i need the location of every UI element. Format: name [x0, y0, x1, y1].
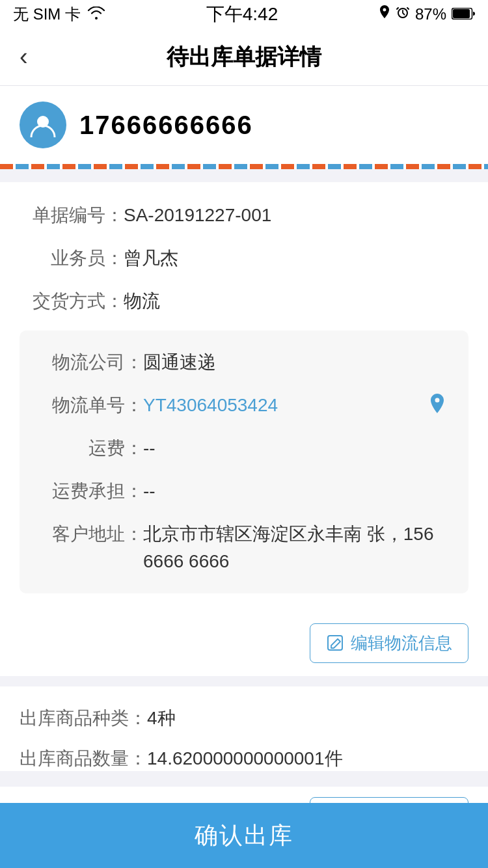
edit-logistics-button[interactable]: 编辑物流信息 — [310, 623, 468, 663]
salesman-label: 业务员： — [20, 245, 124, 272]
bottom-bar: 确认出库 — [0, 803, 488, 868]
salesman-row: 业务员： 曾凡杰 — [20, 245, 468, 272]
freight-label: 运费： — [39, 435, 143, 462]
logistics-company-label: 物流公司： — [39, 349, 143, 376]
address-label: 客户地址： — [39, 521, 143, 548]
wifi-icon — [87, 5, 105, 23]
tracking-no-label: 物流单号： — [39, 392, 143, 419]
location-status-icon — [379, 5, 390, 23]
page-title: 待出库单据详情 — [167, 42, 321, 72]
order-no-row: 单据编号： SA-20191227-001 — [20, 202, 468, 229]
logistics-company-value: 圆通速递 — [143, 349, 449, 376]
user-header: 17666666666 — [0, 86, 488, 164]
section-separator-1 — [0, 676, 488, 686]
battery-icon — [452, 5, 475, 23]
alarm-icon — [396, 5, 410, 23]
order-no-value: SA-20191227-001 — [124, 202, 468, 229]
goods-type-value: 4种 — [147, 706, 468, 731]
delivery-type-row: 交货方式： 物流 — [20, 288, 468, 315]
order-no-label: 单据编号： — [20, 202, 124, 229]
freight-row: 运费： -- — [39, 435, 449, 462]
delivery-type-label: 交货方式： — [20, 288, 124, 315]
user-avatar — [20, 102, 66, 148]
address-row: 客户地址： 北京市市辖区海淀区永丰南 张，156 6666 6666 — [39, 521, 449, 575]
freight-value: -- — [143, 435, 449, 462]
edit-icon — [326, 634, 346, 653]
delivery-type-value: 物流 — [124, 288, 468, 315]
goods-quantity-label: 出库商品数量： — [20, 746, 147, 771]
freight-bearer-value: -- — [143, 478, 449, 505]
tracking-location-icon[interactable] — [426, 392, 449, 415]
logistics-company-row: 物流公司： 圆通速递 — [39, 349, 449, 376]
status-bar-right: 87% — [379, 5, 475, 23]
logistics-card: 物流公司： 圆通速递 物流单号： YT43064053424 运费： -- 运费… — [20, 331, 468, 593]
goods-quantity-value: 14.620000000000001件 — [147, 746, 468, 771]
svg-rect-4 — [328, 636, 342, 650]
status-bar-left: 无 SIM 卡 — [13, 4, 105, 25]
status-bar-time: 下午4:42 — [206, 2, 278, 27]
goods-quantity-row: 出库商品数量： 14.620000000000001件 — [20, 746, 468, 771]
battery-text: 87% — [415, 5, 446, 23]
confirm-outbound-button[interactable]: 确认出库 — [0, 803, 488, 868]
user-phone: 17666666666 — [79, 111, 253, 140]
address-value: 北京市市辖区海淀区永丰南 张，156 6666 6666 — [143, 521, 449, 575]
edit-logistics-row: 编辑物流信息 — [0, 613, 488, 676]
dashed-divider — [0, 164, 488, 169]
carrier-text: 无 SIM 卡 — [13, 4, 81, 25]
freight-bearer-row: 运费承担： -- — [39, 478, 449, 505]
goods-section: 出库商品种类： 4种 出库商品数量： 14.620000000000001件 — [0, 686, 488, 771]
tracking-no-value: YT43064053424 — [143, 392, 419, 419]
status-bar: 无 SIM 卡 下午4:42 87% — [0, 0, 488, 29]
salesman-value: 曾凡杰 — [124, 245, 468, 272]
freight-bearer-label: 运费承担： — [39, 478, 143, 505]
main-content: 17666666666 单据编号： SA-20191227-001 业务员： 曾… — [0, 86, 488, 868]
edit-logistics-label: 编辑物流信息 — [351, 632, 452, 655]
tracking-no-row: 物流单号： YT43064053424 — [39, 392, 449, 419]
goods-type-label: 出库商品种类： — [20, 706, 147, 731]
back-button[interactable]: ‹ — [20, 43, 28, 71]
svg-rect-2 — [453, 9, 470, 18]
goods-type-row: 出库商品种类： 4种 — [20, 706, 468, 731]
order-info-section: 单据编号： SA-20191227-001 业务员： 曾凡杰 交货方式： 物流 … — [0, 182, 488, 613]
nav-bar: ‹ 待出库单据详情 — [0, 29, 488, 86]
